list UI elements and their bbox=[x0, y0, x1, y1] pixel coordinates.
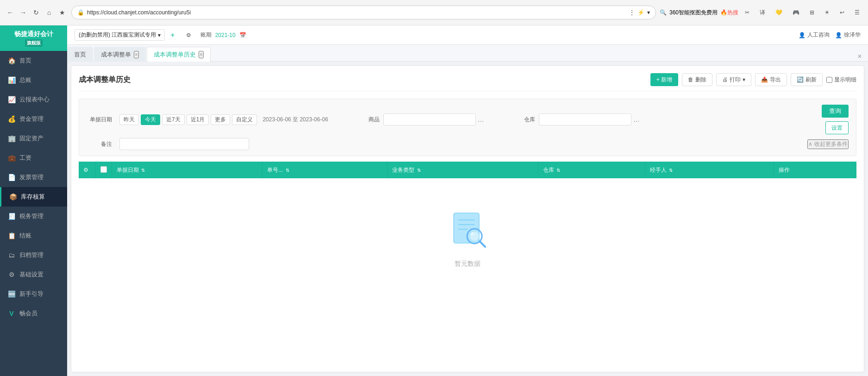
svg-point-7 bbox=[471, 232, 474, 235]
product-field-wrapper: ... bbox=[383, 113, 484, 125]
th-biz-type-label: 业务类型 bbox=[392, 167, 414, 173]
print-btn[interactable]: 🖨 打印 ▾ bbox=[716, 73, 751, 86]
product-dots[interactable]: ... bbox=[478, 115, 484, 124]
ledger-icon: 📊 bbox=[7, 76, 16, 84]
sidebar-item-inventory[interactable]: 📦 库存核算 bbox=[0, 187, 67, 207]
date-btn-today[interactable]: 今天 bbox=[141, 114, 160, 125]
th-number[interactable]: 单号... ⇅ bbox=[262, 162, 387, 178]
sidebar-item-reports[interactable]: 📈 云报表中心 bbox=[0, 90, 67, 109]
th-biz-type[interactable]: 业务类型 ⇅ bbox=[387, 162, 538, 178]
close-all-tabs-btn[interactable]: × bbox=[855, 52, 864, 61]
warehouse-input[interactable] bbox=[539, 113, 631, 125]
sort-icon-number: ⇅ bbox=[286, 168, 289, 173]
menu-tool[interactable]: ☰ bbox=[851, 8, 863, 17]
warehouse-dots[interactable]: ... bbox=[633, 115, 639, 124]
game-tool[interactable]: 🎮 bbox=[789, 8, 803, 17]
sidebar-item-invoice[interactable]: 📄 发票管理 bbox=[0, 168, 67, 187]
tab-cost-adjust-label: 成本调整单 bbox=[101, 50, 131, 59]
date-btn-1month[interactable]: 近1月 bbox=[187, 114, 209, 125]
company-selector[interactable]: (勿删勿禁用) 江西服宝测试专用 ▾ bbox=[75, 29, 165, 41]
sidebar-item-salary[interactable]: 💼 工资 bbox=[0, 148, 67, 168]
sidebar-item-ledger[interactable]: 📊 总账 bbox=[0, 70, 67, 90]
product-input[interactable] bbox=[383, 113, 476, 125]
th-date[interactable]: 单据日期 ⇅ bbox=[112, 162, 262, 178]
lock-icon: 🔒 bbox=[77, 9, 84, 16]
date-btn-custom[interactable]: 自定义 bbox=[232, 114, 257, 125]
brightness-tool[interactable]: ☀ bbox=[821, 8, 833, 17]
filter-row-date: 单据日期 昨天 今天 近7天 近1月 更多 自定义 2023-06-06 至 2… bbox=[87, 105, 849, 134]
sidebar-item-funds[interactable]: 💰 资金管理 bbox=[0, 109, 67, 129]
tab-cost-adjust-history[interactable]: 成本调整单历史 × bbox=[147, 47, 211, 62]
th-settings[interactable]: ⚙ bbox=[79, 162, 95, 178]
app-wrapper: 畅捷通好会计 旗舰版 🏠 首页 📊 总账 📈 云报表中心 💰 资金管理 🏢 bbox=[0, 25, 868, 376]
tab-cost-adjust[interactable]: 成本调整单 × bbox=[94, 47, 146, 62]
sidebar-item-member[interactable]: V 畅会员 bbox=[0, 304, 67, 323]
user-name: 徐泽华 bbox=[844, 31, 861, 39]
logo-main-text: 畅捷通好会计 bbox=[14, 30, 53, 38]
warehouse-filter-label: 仓库 bbox=[510, 116, 535, 124]
sidebar-item-home[interactable]: 🏠 首页 bbox=[0, 51, 67, 70]
sidebar-item-label: 云报表中心 bbox=[19, 95, 50, 104]
tab-home[interactable]: 首页 bbox=[67, 47, 93, 62]
query-button[interactable]: 查询 bbox=[822, 105, 849, 118]
user-profile[interactable]: 👤 徐泽华 bbox=[835, 31, 861, 39]
cut-tool[interactable]: ✂ bbox=[741, 8, 753, 17]
tab-home-label: 首页 bbox=[74, 50, 86, 59]
bolt-icon: ⚡ bbox=[637, 9, 644, 16]
th-handler[interactable]: 经手人 ⇅ bbox=[645, 162, 774, 178]
main-content: (勿删勿禁用) 江西服宝测试专用 ▾ + ⚙ 账期 2021-10 📅 👤 人工… bbox=[67, 25, 868, 376]
sidebar-nav: 🏠 首页 📊 总账 📈 云报表中心 💰 资金管理 🏢 固定资产 💼 工资 bbox=[0, 51, 67, 376]
th-warehouse[interactable]: 仓库 ⇅ bbox=[538, 162, 645, 178]
reports-icon: 📈 bbox=[7, 96, 16, 103]
date-btn-more[interactable]: 更多 bbox=[211, 114, 230, 125]
sidebar-item-tax[interactable]: 🧾 税务管理 bbox=[0, 207, 67, 226]
note-input[interactable] bbox=[119, 138, 249, 150]
top-bar-right: 👤 人工咨询 👤 徐泽华 bbox=[799, 31, 861, 39]
empty-text: 暂元数据 bbox=[455, 260, 481, 268]
tab-cost-adjust-history-label: 成本调整单历史 bbox=[154, 50, 196, 59]
settings-icon: ⚙ bbox=[7, 271, 16, 278]
date-btn-7days[interactable]: 近7天 bbox=[162, 114, 185, 125]
forward-button[interactable]: → bbox=[18, 7, 29, 18]
sidebar-item-newguide[interactable]: 🆕 新手引导 bbox=[0, 284, 67, 304]
select-all-checkbox[interactable] bbox=[100, 166, 107, 173]
filter-row-note: 备注 ∧ 收起更多条件 bbox=[87, 138, 849, 150]
tab-cost-adjust-history-close[interactable]: × bbox=[199, 51, 204, 58]
page-content-area: 成本调整单历史 + 新增 🗑 删除 🖨 打印 ▾ 📤 导出 bbox=[71, 65, 864, 372]
translate-tool[interactable]: 译 bbox=[756, 7, 769, 18]
show-all-checkbox[interactable] bbox=[826, 77, 832, 83]
new-btn[interactable]: + 新增 bbox=[650, 73, 678, 86]
print-icon: 🖨 bbox=[722, 76, 728, 83]
apps-tool[interactable]: ⊞ bbox=[806, 8, 818, 17]
sidebar-item-fixed-assets[interactable]: 🏢 固定资产 bbox=[0, 129, 67, 148]
add-company-btn[interactable]: + bbox=[169, 29, 176, 42]
sidebar-item-settings[interactable]: ⚙ 基础设置 bbox=[0, 265, 67, 284]
export-btn[interactable]: 📤 导出 bbox=[755, 73, 787, 86]
bookmark-button[interactable]: ★ bbox=[56, 7, 68, 18]
back-button[interactable]: ← bbox=[5, 7, 16, 18]
refresh-btn[interactable]: 🔄 刷新 bbox=[791, 73, 823, 86]
wallet-tool[interactable]: 💛 bbox=[772, 8, 786, 17]
home-button[interactable]: ⌂ bbox=[44, 7, 55, 18]
logo-sub-text: 旗舰版 bbox=[25, 39, 43, 47]
show-all-checkbox-wrapper[interactable]: 显示明细 bbox=[826, 76, 856, 84]
hot-search-text: 360智能抠图免费用 bbox=[669, 9, 718, 17]
th-warehouse-label: 仓库 bbox=[543, 167, 554, 173]
settings-button[interactable]: 设置 bbox=[825, 121, 849, 134]
date-btn-yesterday[interactable]: 昨天 bbox=[119, 114, 139, 125]
address-bar[interactable]: 🔒 https://cloud.chanjet.com/accounting/u… bbox=[71, 6, 656, 19]
company-settings-btn[interactable]: ⚙ bbox=[181, 29, 197, 42]
home-icon: 🏠 bbox=[7, 57, 16, 64]
tab-cost-adjust-close[interactable]: × bbox=[134, 51, 139, 58]
member-icon: V bbox=[7, 310, 16, 317]
collapse-btn[interactable]: ∧ 收起更多条件 bbox=[807, 139, 849, 149]
consult-btn[interactable]: 👤 人工咨询 bbox=[799, 31, 830, 39]
th-checkbox[interactable] bbox=[95, 162, 112, 178]
undo-tool[interactable]: ↩ bbox=[836, 8, 848, 17]
sidebar-item-settle[interactable]: 📋 结账 bbox=[0, 226, 67, 245]
export-icon: 📤 bbox=[761, 76, 768, 83]
dropdown-icon: ▾ bbox=[647, 9, 650, 16]
delete-btn[interactable]: 🗑 删除 bbox=[682, 73, 712, 86]
refresh-button[interactable]: ↻ bbox=[31, 7, 42, 18]
sidebar-item-archive[interactable]: 🗂 归档管理 bbox=[0, 245, 67, 265]
